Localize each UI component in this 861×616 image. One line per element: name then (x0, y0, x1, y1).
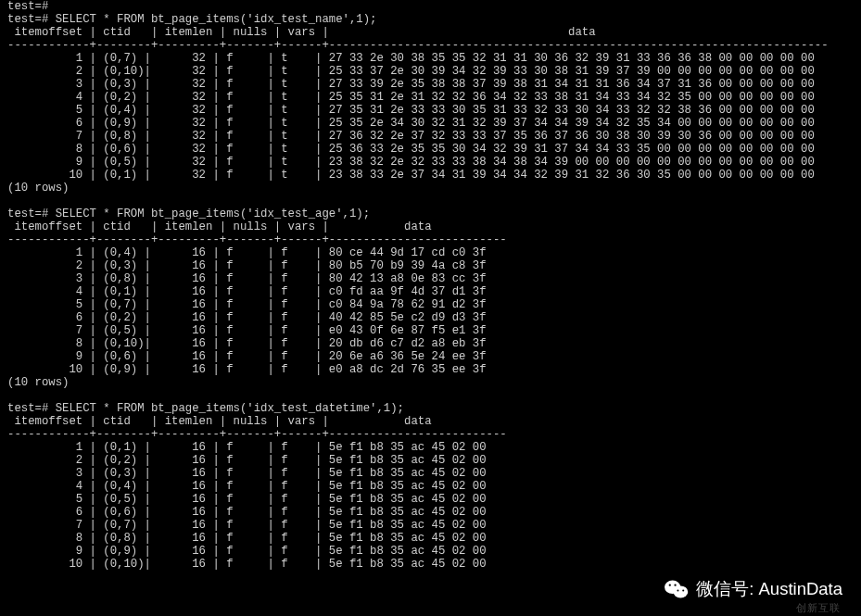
wechat-icon (665, 579, 689, 599)
svg-point-2 (669, 585, 671, 586)
terminal-output: test=# test=# SELECT * FROM bt_page_item… (0, 0, 861, 571)
svg-point-5 (682, 589, 684, 591)
svg-point-4 (677, 589, 679, 591)
svg-point-1 (674, 585, 689, 597)
watermark-text: 微信号: AustinData (696, 583, 842, 596)
watermark: 微信号: AustinData (665, 579, 842, 599)
secondary-logo: 创新互联 (796, 601, 841, 614)
svg-point-3 (675, 585, 677, 586)
